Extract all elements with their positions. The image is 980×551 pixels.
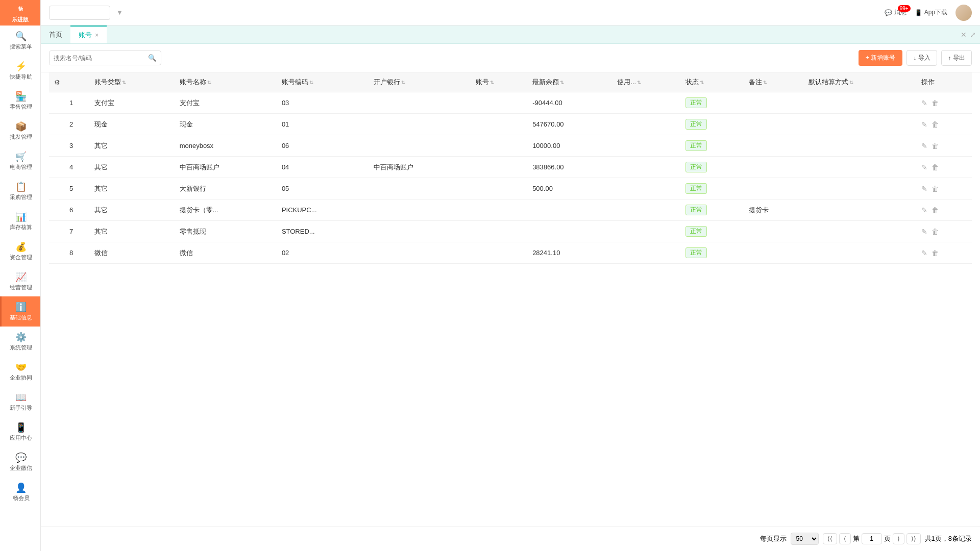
sidebar-item-basic-info[interactable]: ℹ️基础信息: [0, 296, 40, 327]
row-actions: ✎ 🗑: [917, 135, 972, 157]
edit-icon[interactable]: ✎: [921, 185, 927, 193]
edit-icon[interactable]: ✎: [921, 228, 927, 236]
export-button[interactable]: ↑ 导出: [941, 50, 972, 66]
sidebar-icon-wholesale-mgmt: 📦: [15, 121, 27, 132]
row-code: 03: [278, 92, 370, 114]
sidebar-label-biz-agreement: 企业协同: [10, 374, 32, 382]
col-bank[interactable]: 开户银行⇅: [370, 72, 472, 92]
delete-icon[interactable]: 🗑: [932, 185, 939, 193]
search-button[interactable]: 🔍: [144, 51, 161, 65]
next-page-button[interactable]: ⟩: [893, 533, 904, 544]
delete-icon[interactable]: 🗑: [932, 142, 939, 150]
row-usage: [613, 135, 681, 157]
col-account-type[interactable]: 账号类型⇅: [90, 72, 175, 92]
message-button[interactable]: 💬 消息 99+: [885, 8, 906, 17]
edit-icon[interactable]: ✎: [921, 206, 927, 214]
row-account-no: [472, 178, 528, 199]
sidebar-item-wholesale-mgmt[interactable]: 📦批发管理: [0, 116, 40, 146]
prev-page-button[interactable]: ⟨: [839, 533, 851, 544]
edit-icon[interactable]: ✎: [921, 99, 927, 107]
delete-icon[interactable]: 🗑: [932, 206, 939, 214]
edit-icon[interactable]: ✎: [921, 249, 927, 257]
topbar-search-input[interactable]: [49, 6, 110, 20]
row-num: 6: [65, 199, 90, 221]
add-account-button[interactable]: + 新增账号: [859, 50, 902, 66]
delete-icon[interactable]: 🗑: [932, 120, 939, 129]
sidebar-item-member[interactable]: 👤畅会员: [0, 477, 40, 507]
edit-icon[interactable]: ✎: [921, 120, 927, 129]
col-usage[interactable]: 使用...⇅: [613, 72, 681, 92]
row-actions: ✎ 🗑: [917, 178, 972, 199]
row-balance: 500.00: [528, 178, 613, 199]
col-account-no[interactable]: 账号⇅: [472, 72, 528, 92]
row-actions: ✎ 🗑: [917, 199, 972, 221]
row-code: 02: [278, 242, 370, 264]
status-badge: 正常: [685, 226, 707, 237]
total-info: 共1页，8条记录: [925, 534, 972, 543]
row-status: 正常: [681, 157, 745, 178]
sidebar-label-app-center: 应用中心: [10, 434, 32, 442]
row-balance: -90444.00: [528, 92, 613, 114]
delete-icon[interactable]: 🗑: [932, 228, 939, 236]
row-name: moneybosx: [176, 135, 278, 157]
sidebar-item-beginner-guide[interactable]: 📖新手引导: [0, 387, 40, 417]
sidebar-item-quick-nav[interactable]: ⚡快捷导航: [0, 56, 40, 86]
row-settings: [49, 221, 65, 242]
status-badge: 正常: [685, 162, 707, 172]
sidebar-item-biz-wechat[interactable]: 💬企业微信: [0, 447, 40, 477]
user-avatar[interactable]: [955, 5, 972, 21]
delete-icon[interactable]: 🗑: [932, 163, 939, 171]
sidebar-item-ops-mgmt[interactable]: 📈经营管理: [0, 266, 40, 296]
col-settings[interactable]: ⚙: [49, 72, 65, 92]
col-status[interactable]: 状态⇅: [681, 72, 745, 92]
row-usage: [613, 92, 681, 114]
row-account-no: [472, 242, 528, 264]
delete-icon[interactable]: 🗑: [932, 249, 939, 257]
topbar-dropdown-icon[interactable]: ▼: [116, 9, 123, 16]
row-status: 正常: [681, 114, 745, 135]
edit-icon[interactable]: ✎: [921, 163, 927, 171]
row-status: 正常: [681, 221, 745, 242]
search-input[interactable]: [50, 52, 144, 65]
delete-icon[interactable]: 🗑: [932, 99, 939, 107]
tab-label-account: 账号: [79, 31, 92, 40]
tab-close-account[interactable]: ×: [95, 32, 99, 38]
import-icon: ↓: [913, 55, 916, 62]
sidebar-item-purchase-mgmt[interactable]: 📋采购管理: [0, 176, 40, 206]
row-usage: [613, 157, 681, 178]
sidebar-item-biz-agreement[interactable]: 🤝企业协同: [0, 357, 40, 387]
sidebar-label-search-menu: 搜索菜单: [10, 43, 32, 51]
import-button[interactable]: ↓ 导入: [906, 50, 937, 66]
sidebar-label-retail-mgmt: 零售管理: [10, 103, 32, 111]
sidebar-item-search-menu[interactable]: 🔍搜索菜单: [0, 26, 40, 56]
page-input[interactable]: [862, 533, 882, 544]
sidebar-item-app-center[interactable]: 📱应用中心: [0, 417, 40, 447]
edit-icon[interactable]: ✎: [921, 142, 927, 150]
last-page-button[interactable]: ⟩⟩: [906, 533, 921, 544]
col-account-name[interactable]: 账号名称⇅: [176, 72, 278, 92]
row-default-settlement: [804, 221, 918, 242]
row-account-no: [472, 114, 528, 135]
sidebar-item-retail-mgmt[interactable]: 🏪零售管理: [0, 86, 40, 116]
col-default-settlement[interactable]: 默认结算方式⇅: [804, 72, 918, 92]
col-account-code[interactable]: 账号编码⇅: [278, 72, 370, 92]
sidebar-item-sys-mgmt[interactable]: ⚙️系统管理: [0, 327, 40, 357]
sidebar-icon-retail-mgmt: 🏪: [15, 91, 27, 102]
tab-account[interactable]: 账号×: [70, 26, 107, 43]
settings-icon: ⚙: [54, 79, 60, 86]
logo-text: 乐进版: [12, 16, 29, 23]
row-remark: [745, 157, 804, 178]
first-page-button[interactable]: ⟨⟨: [823, 533, 837, 544]
table-row: 5 其它 大新银行 05 500.00 正常 ✎ 🗑: [49, 178, 972, 199]
sidebar-item-ecommerce-mgmt[interactable]: 🛒电商管理: [0, 146, 40, 176]
col-remark[interactable]: 备注⇅: [745, 72, 804, 92]
sidebar-item-inventory[interactable]: 📊库存核算: [0, 206, 40, 236]
page-size-select[interactable]: 50 10 20 100: [791, 533, 819, 545]
tab-home[interactable]: 首页: [41, 26, 70, 43]
row-account-no: [472, 135, 528, 157]
col-balance[interactable]: 最新余额⇅: [528, 72, 613, 92]
sidebar-item-fund-mgmt[interactable]: 💰资金管理: [0, 236, 40, 266]
tab-close-all-icon[interactable]: ✕: [961, 31, 967, 39]
tab-expand-icon[interactable]: ⤢: [970, 31, 976, 39]
app-download-button[interactable]: 📱 App下载: [915, 8, 947, 17]
